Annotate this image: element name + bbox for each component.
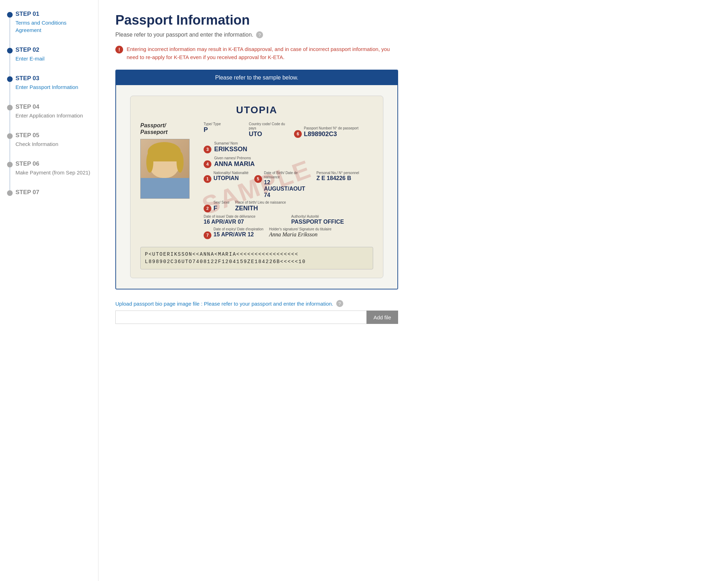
pf-dob-value: 12 AUGUST/AOUT 74 [264,179,311,198]
pf-signature: Holder's signature/ Signature du titulai… [269,227,373,239]
step-label-05: Check Information [15,140,91,148]
step-number-01: STEP 01 [15,11,91,18]
passport-country-title: UTOPIA [140,104,373,116]
upload-row: Add file [115,311,398,324]
pf-authority-label: Authority/ Autorité [291,215,373,219]
warning-box: ! Entering incorrect information may res… [115,45,398,61]
pf-pob-value: ZENITH [235,205,373,212]
pf-expiry: Date of expiry/ Date d'expiration 15 APR… [213,227,263,238]
step-dot-01 [7,12,13,18]
pf-authority-value: PASSPORT OFFICE [291,219,373,225]
sidebar-item-step02[interactable]: STEP 02 Enter E-mail [15,46,91,62]
badge-6: 6 [294,130,302,138]
pf-country-code-label: Country code/ Code du pays [249,122,289,130]
add-file-button[interactable]: Add file [366,311,398,324]
step-number-04: STEP 04 [15,103,91,110]
pf-surname-label: Surname/ Nom [214,141,373,146]
pf-pob: Place of birth/ Lieu de naissance ZENITH [235,200,373,212]
sidebar-item-step07[interactable]: STEP 07 [15,189,91,196]
pf-sex-label: Sex/ Sexe [213,200,230,205]
steps-timeline: STEP 01 Terms and Conditions Agreement S… [7,11,91,196]
step-dot-04 [7,105,13,110]
pf-nationality: Nationality/ Nationalité UTOPIAN [213,171,249,181]
pf-givennames-value: ANNA MARIA [214,160,373,168]
upload-label-text: Upload passport bio page image file : Pl… [115,301,333,307]
step-number-02: STEP 02 [15,46,91,53]
step-number-06: STEP 06 [15,160,91,167]
passport-label-line1: Passport/ [140,122,166,129]
pf-issue-authority-row: Date of issue/ Date de délivrance 16 APR… [204,215,373,225]
pf-personalNo-value: Z E 184226 B [317,175,373,181]
pf-givennames-row: 4 Given names/ Prénoms ANNA MARIA [204,156,373,168]
upload-file-input[interactable] [115,311,366,324]
step-label-02: Enter E-mail [15,55,91,62]
pf-expiry-signature-row: 7 Date of expiry/ Date d'expiration 15 A… [204,227,373,239]
subtitle-text: Please refer to your passport and enter … [115,32,253,38]
pf-authority: Authority/ Autorité PASSPORT OFFICE [291,215,373,225]
pf-nationality-label: Nationality/ Nationalité [213,171,249,175]
pf-issue-date-label: Date of issue/ Date de délivrance [204,215,286,219]
pf-nationality-dob-row: 1 Nationality/ Nationalité UTOPIAN 5 Dat… [204,171,373,198]
upload-help-icon[interactable]: ? [336,300,343,307]
main-content: Passport Information Please refer to you… [98,0,415,581]
passport-sample-container: Please refer to the sample below. SAMPLE… [115,70,398,289]
pf-country-code: Country code/ Code du pays UTO [249,122,289,138]
pf-expiry-label: Date of expiry/ Date d'expiration [213,227,263,231]
warning-icon: ! [115,46,123,53]
passport-label-line2: Passeport [140,129,167,135]
pf-surname-row: 3 Surname/ Nom ERIKSSON [204,141,373,153]
mrz-line2: L898902C36UTO7408122F1204159ZE184226B<<<… [145,258,369,266]
passport-photo [140,139,190,199]
pf-givennames-label: Given names/ Prénoms [214,156,373,160]
passport-sample-body: SAMPLE UTOPIA Passport/ Passeport [116,85,397,289]
mrz-line1: P<UTOERIKSSON<<ANNA<MARIA<<<<<<<<<<<<<<<… [145,251,369,258]
pf-type: Type/ Type P [204,122,243,138]
badge-7: 7 [204,231,211,239]
passport-top-row: Type/ Type P Country code/ Code du pays … [204,122,373,138]
step-label-04: Enter Application Information [15,112,91,119]
subtitle-help-icon[interactable]: ? [256,31,263,38]
passport-left-label: Passport/ Passeport [140,122,167,135]
pf-dob-label: Date of Birth/ Date de naissance [264,171,311,179]
sidebar-item-step05[interactable]: STEP 05 Check Information [15,132,91,148]
sidebar: STEP 01 Terms and Conditions Agreement S… [0,0,98,581]
upload-label: Upload passport bio page image file : Pl… [115,300,398,307]
sidebar-item-step06[interactable]: STEP 06 Make Payment (from Sep 2021) [15,160,91,176]
pf-personalNo: Personal No./ N° personnel Z E 184226 B [317,171,373,198]
page-title: Passport Information [115,13,398,28]
pf-passport-number-value: L898902C3 [304,130,373,138]
pf-country-code-value: UTO [249,130,289,138]
pf-surname: Surname/ Nom ERIKSSON [214,141,373,153]
pf-type-value: P [204,126,243,134]
pf-sex-pob-row: 2 Sex/ Sexe F Place of birth/ Lieu de na… [204,200,373,212]
badge-5: 5 [254,175,262,183]
step-number-07: STEP 07 [15,189,91,196]
sidebar-item-step03[interactable]: STEP 03 Enter Passport Information [15,75,91,91]
pf-pob-label: Place of birth/ Lieu de naissance [235,200,373,205]
pf-givennames: Given names/ Prénoms ANNA MARIA [214,156,373,168]
passport-card: SAMPLE UTOPIA Passport/ Passeport [130,96,383,278]
badge-3: 3 [204,146,211,153]
step-label-01: Terms and Conditions Agreement [15,19,91,34]
pf-signature-value: Anna Maria Eriksson [269,231,373,238]
sidebar-item-step04[interactable]: STEP 04 Enter Application Information [15,103,91,119]
step-label-06: Make Payment (from Sep 2021) [15,169,91,176]
sidebar-item-step01[interactable]: STEP 01 Terms and Conditions Agreement [15,11,91,34]
passport-mrz: P<UTOERIKSSON<<ANNA<MARIA<<<<<<<<<<<<<<<… [140,247,373,269]
pf-issue-date: Date of issue/ Date de délivrance 16 APR… [204,215,286,225]
pf-signature-label: Holder's signature/ Signature du titulai… [269,227,373,231]
step-dot-07 [7,190,13,196]
pf-dob: Date of Birth/ Date de naissance 12 AUGU… [264,171,311,198]
badge-1: 1 [204,175,211,183]
passport-card-inner: Passport/ Passeport [140,122,373,241]
badge-2: 2 [204,205,211,212]
pf-issue-date-value: 16 APR/AVR 07 [204,219,286,225]
pf-sex: Sex/ Sexe F [213,200,230,212]
step-dot-06 [7,162,13,167]
step-dot-05 [7,133,13,139]
step-dot-02 [7,48,13,53]
step-number-05: STEP 05 [15,132,91,139]
pf-type-label: Type/ Type [204,122,243,126]
step-label-03: Enter Passport Information [15,83,91,91]
pf-personalNo-label: Personal No./ N° personnel [317,171,373,175]
